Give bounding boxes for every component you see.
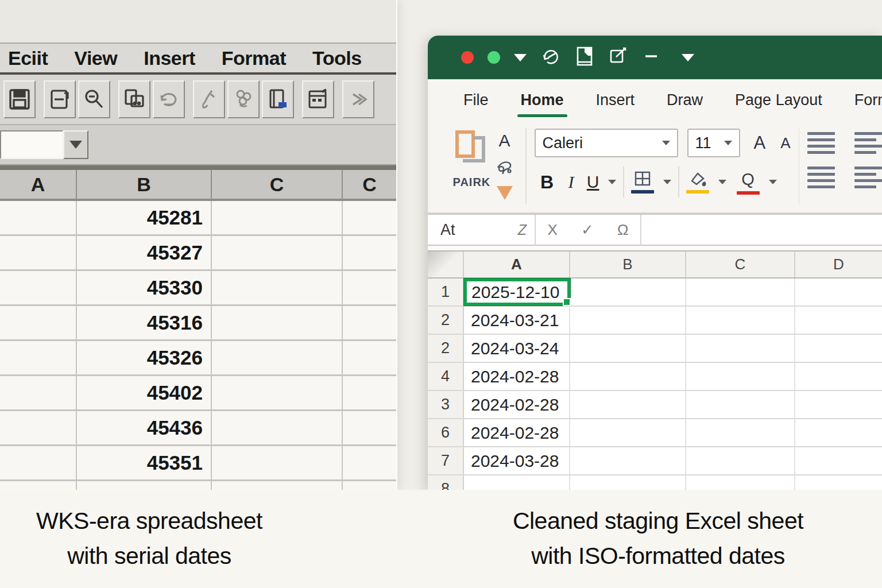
cell[interactable] [212,341,343,374]
fill-color-button[interactable] [686,171,709,194]
font-color-dropdown-icon[interactable] [769,180,777,184]
serial-date-cell[interactable]: 45402 [77,376,212,409]
cell[interactable] [570,447,686,474]
row-header[interactable]: 6 [428,419,464,446]
font-name-select[interactable]: Caleri [535,129,678,157]
cell[interactable] [570,475,686,490]
serial-date-cell[interactable]: 45327 [77,236,212,269]
cell[interactable] [0,236,77,269]
row-header[interactable]: 4 [428,363,464,390]
date-cell[interactable]: 2024-03-24 [464,335,570,362]
legacy-namebox-dropdown[interactable] [63,130,88,159]
row-header[interactable]: 7 [428,447,464,474]
date-cell[interactable]: 2024-02-28 [464,363,570,390]
book-button[interactable] [262,80,294,118]
selected-cell-a1[interactable]: 2025-12-10 [464,278,570,305]
cell[interactable] [795,447,882,474]
cell[interactable] [343,271,396,304]
align-top-icon[interactable] [807,132,835,154]
cell[interactable] [343,201,396,234]
row-header[interactable]: 2 [428,335,464,362]
tab-file[interactable]: File [462,86,490,115]
tab-home[interactable]: Home [520,86,565,115]
cell[interactable] [343,341,396,374]
align-left-icon[interactable] [807,167,835,188]
cell[interactable] [795,363,882,390]
cell[interactable] [212,306,343,339]
cell[interactable] [686,475,795,490]
cell[interactable] [343,481,396,490]
redo-button[interactable] [153,80,185,118]
cell[interactable] [686,278,795,305]
cell[interactable] [343,236,396,269]
cell[interactable] [686,419,795,446]
column-header-a[interactable]: A [0,170,77,199]
save-button[interactable] [3,80,36,118]
cell[interactable] [343,306,396,339]
column-header-a[interactable]: A [464,252,570,277]
insert-function-icon[interactable]: Ω [617,221,628,239]
cell[interactable] [212,271,343,304]
name-box[interactable]: At Z [428,221,535,239]
shrink-font-button[interactable]: A [780,134,790,152]
font-size-select[interactable]: 11 [687,129,740,157]
menu-view[interactable]: View [74,47,117,69]
date-cell[interactable]: 2024-02-28 [464,391,570,418]
cell[interactable] [77,481,212,490]
copy-button[interactable] [118,80,150,118]
paste-button[interactable]: PAIRK [452,129,492,189]
cell[interactable] [212,481,343,490]
cell[interactable] [570,391,686,418]
cell[interactable] [0,376,77,409]
menu-tools[interactable]: Tools [312,47,362,69]
tab-page-layout[interactable]: Page Layout [734,86,823,115]
serial-date-cell[interactable]: 45281 [77,201,212,234]
date-cell[interactable]: 2024-03-21 [464,307,570,334]
cell[interactable] [686,307,795,334]
cancel-icon[interactable]: X [548,221,558,239]
row-header[interactable]: 8 [428,475,464,490]
cell[interactable] [686,335,795,362]
serial-date-cell[interactable]: 45330 [77,271,212,304]
cell[interactable] [212,201,343,234]
cell[interactable] [212,376,343,409]
enter-check-icon[interactable]: ✓ [581,221,594,239]
chevron-down-icon[interactable] [514,54,527,61]
cell[interactable] [795,391,882,418]
date-cell[interactable] [464,475,570,490]
column-header-c2[interactable]: C [343,170,396,199]
minimize-dot-icon[interactable] [488,51,500,64]
cell[interactable] [795,419,882,446]
select-all-corner[interactable] [428,252,464,277]
cell[interactable] [212,446,343,479]
cell[interactable] [570,419,686,446]
cell[interactable] [343,376,396,409]
row-header[interactable]: 3 [428,391,464,418]
cell[interactable] [686,363,795,390]
cell[interactable] [212,411,343,444]
cell[interactable] [0,446,77,479]
cell[interactable] [570,307,686,334]
serial-date-cell[interactable]: 45351 [77,446,212,479]
underline-dropdown-icon[interactable] [608,180,616,184]
borders-button[interactable] [631,171,654,194]
column-header-c[interactable]: C [686,252,795,277]
cell[interactable] [0,271,77,304]
cell[interactable] [0,481,77,490]
formula-input[interactable] [641,215,882,245]
tab-insert[interactable]: Insert [595,86,636,115]
cell[interactable] [570,278,686,305]
date-cell[interactable]: 2024-03-28 [464,447,570,474]
italic-button[interactable]: I [560,172,583,192]
cell[interactable] [343,411,396,444]
cell[interactable] [212,236,343,269]
document-icon[interactable] [575,46,594,69]
calendar-button[interactable] [302,80,334,118]
format-painter-icon[interactable] [494,157,515,179]
cell[interactable] [686,447,795,474]
cell[interactable] [570,335,686,362]
column-header-b[interactable]: B [77,170,212,199]
cell[interactable] [343,446,396,479]
sync-icon[interactable] [540,46,561,69]
align-middle-icon[interactable] [854,132,882,154]
